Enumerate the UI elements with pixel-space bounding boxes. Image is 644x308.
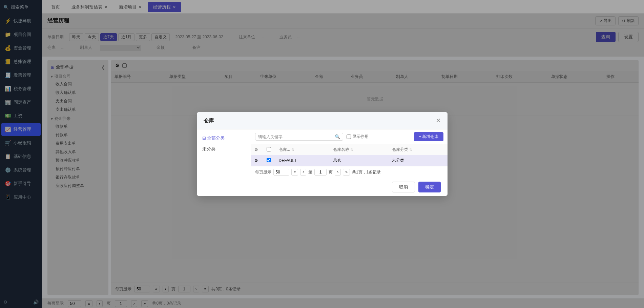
modal-right-panel: 🔍 显示停用 + 新增仓库 ⚙ xyxy=(251,129,448,178)
row-checkbox[interactable] xyxy=(267,158,271,162)
modal-category-panel: ⊞ 全部分类 未分类 xyxy=(197,129,251,178)
show-disabled-label[interactable]: 显示停用 xyxy=(347,134,369,140)
modal-pagination: 每页显示 50 20 100 « ‹ 第 页 › » 共1 xyxy=(251,166,448,178)
modal-prev-btn[interactable]: ‹ xyxy=(300,169,306,176)
modal-col-check xyxy=(263,144,275,155)
modal-search-icon: 🔍 xyxy=(335,134,340,139)
modal-col-gear: ⚙ xyxy=(251,144,263,155)
modal-last-btn[interactable]: » xyxy=(343,169,350,176)
table-row[interactable]: ⚙ DEFAULT 总仓 未分类 xyxy=(251,155,448,166)
modal-category-all[interactable]: ⊞ 全部分类 xyxy=(197,133,251,144)
modal-page-label: 第 xyxy=(308,169,312,175)
modal-footer: 取消 确定 xyxy=(197,178,448,196)
modal-search-wrap: 🔍 xyxy=(255,133,343,141)
modal-search-input[interactable] xyxy=(258,135,333,139)
modal-table: ⚙ 仓库... ⇅ 仓库名称 ⇅ xyxy=(251,144,448,166)
row-code: DEFAULT xyxy=(275,155,330,166)
modal-select-all[interactable] xyxy=(267,147,271,151)
modal-page-unit: 页 xyxy=(329,169,333,175)
modal-col-category: 仓库分类 ⇅ xyxy=(389,144,448,155)
modal-page-size-label: 每页显示 xyxy=(255,169,271,175)
cancel-button[interactable]: 取消 xyxy=(392,182,415,192)
row-check xyxy=(263,155,275,166)
confirm-button[interactable]: 确定 xyxy=(418,182,441,192)
modal-page-size-select[interactable]: 50 20 100 xyxy=(273,169,289,176)
modal-overlay[interactable]: 仓库 ✕ ⊞ 全部分类 未分类 🔍 xyxy=(0,0,644,308)
row-category: 未分类 xyxy=(389,155,448,166)
add-warehouse-button[interactable]: + 新增仓库 xyxy=(414,132,443,141)
modal-header: 仓库 ✕ xyxy=(197,112,448,129)
modal-toolbar: 🔍 显示停用 + 新增仓库 xyxy=(251,129,448,144)
modal-next-btn[interactable]: › xyxy=(335,169,341,176)
warehouse-modal: 仓库 ✕ ⊞ 全部分类 未分类 🔍 xyxy=(197,112,448,196)
modal-body: ⊞ 全部分类 未分类 🔍 显示停用 xyxy=(197,129,448,178)
modal-total-text: 共1页，1条记录 xyxy=(352,169,381,175)
modal-first-btn[interactable]: « xyxy=(291,169,298,176)
show-disabled-checkbox[interactable] xyxy=(347,135,351,139)
modal-col-code: 仓库... ⇅ xyxy=(275,144,330,155)
row-name: 总仓 xyxy=(330,155,389,166)
row-gear: ⚙ xyxy=(251,155,263,166)
modal-page-input[interactable] xyxy=(314,169,327,176)
modal-table-wrap: ⚙ 仓库... ⇅ 仓库名称 ⇅ xyxy=(251,144,448,166)
modal-close-button[interactable]: ✕ xyxy=(436,117,441,124)
grid-icon-modal: ⊞ xyxy=(202,136,206,141)
modal-title: 仓库 xyxy=(204,118,214,124)
modal-category-uncategorized[interactable]: 未分类 xyxy=(197,144,251,155)
modal-col-name: 仓库名称 ⇅ xyxy=(330,144,389,155)
